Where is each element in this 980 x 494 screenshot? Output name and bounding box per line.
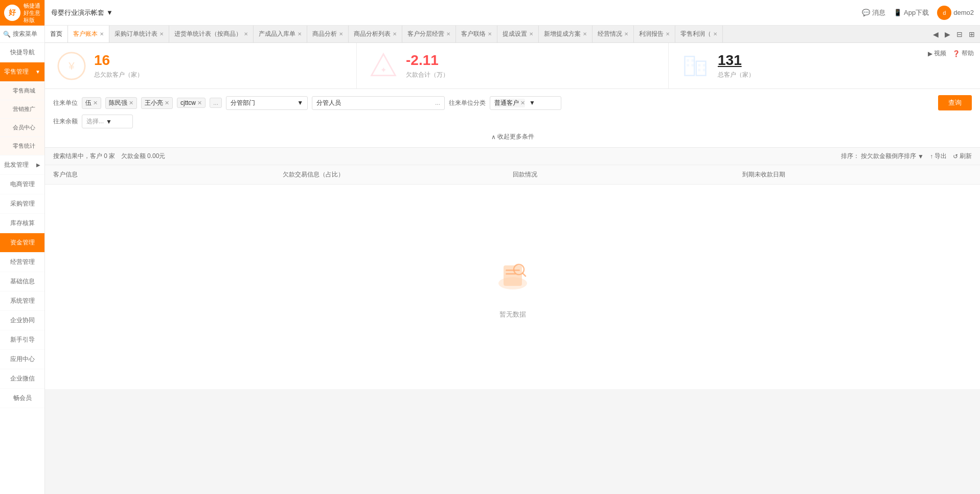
sidebar-item-chang-member[interactable]: 畅会员 (0, 389, 44, 408)
tab-maximize-button[interactable]: ⊞ (967, 29, 977, 39)
table-header-customer: 客户信息 (53, 170, 283, 179)
sidebar-logo: 好 畅捷通好生意 标版 (0, 0, 44, 26)
message-icon: 💬 (862, 9, 870, 16)
collapse-button[interactable]: ∧ 收起更多条件 (491, 132, 534, 141)
username-label: demo2 (953, 9, 974, 16)
close-tag-chenminqiang[interactable]: ✕ (129, 100, 133, 106)
sidebar-item-members[interactable]: 会员中心 (0, 119, 44, 137)
sidebar-item-marketing[interactable]: 营销推广 (0, 100, 44, 119)
close-category-tag[interactable]: ✕ (520, 100, 525, 106)
svg-text:✦: ✦ (380, 65, 387, 74)
tab-product-analysis-list[interactable]: 商品分析列表 ✕ (349, 26, 402, 43)
retail-management-label: 零售管理 (4, 68, 29, 76)
sidebar-item-ecommerce[interactable]: 电商管理 (0, 175, 44, 194)
chevron-down-icon: ▼ (106, 9, 113, 16)
app-download-button[interactable]: 📱 App下载 (894, 8, 929, 17)
home-tab-label: 首页 (50, 30, 62, 38)
tab-prev-button[interactable]: ◀ (931, 29, 941, 39)
sidebar-item-inventory[interactable]: 库存核算 (0, 214, 44, 233)
tab-close-icon[interactable]: ✕ (713, 31, 717, 37)
tab-product-analysis[interactable]: 商品分析 ✕ (307, 26, 349, 43)
table-body-empty: 暂无数据 (45, 185, 980, 389)
tab-new-commission-plan[interactable]: 新增提成方案 ✕ (539, 26, 592, 43)
filter-tag-more[interactable]: ... (210, 98, 222, 108)
filter-row-1: 往来单位 伍 ✕ 陈民强 ✕ 王小亮 ✕ cjttcw ✕ (53, 95, 972, 110)
tab-close-icon[interactable]: ✕ (529, 31, 533, 37)
filter-tag-cjttcw[interactable]: cjttcw ✕ (177, 98, 206, 108)
tab-close-icon[interactable]: ✕ (583, 31, 587, 37)
tab-operations[interactable]: 经营情况 ✕ (592, 26, 634, 43)
filter-tag-wu[interactable]: 伍 ✕ (82, 97, 101, 109)
sidebar-item-retail-stats[interactable]: 零售统计 (0, 137, 44, 155)
sidebar-item-quick-nav[interactable]: 快捷导航 (0, 43, 44, 62)
sidebar-item-purchase[interactable]: 采购管理 (0, 194, 44, 214)
sidebar-item-retail-management[interactable]: 零售管理 ▼ (0, 62, 44, 82)
sidebar-item-retail-mall[interactable]: 零售商城 (0, 82, 44, 100)
sidebar-item-operations[interactable]: 经营管理 (0, 253, 44, 272)
refresh-button[interactable]: ↺ 刷新 (953, 152, 972, 161)
tab-customer-ledger[interactable]: 客户账本 ✕ (68, 26, 109, 43)
user-menu[interactable]: d demo2 (937, 6, 974, 20)
close-tag-wangxiaoliang[interactable]: ✕ (165, 100, 169, 106)
sidebar-item-enterprise-wechat[interactable]: 企业微信 (0, 369, 44, 389)
tab-close-icon[interactable]: ✕ (244, 31, 248, 37)
tab-label: 采购订单统计表 (115, 30, 157, 38)
sidebar-item-new-guide[interactable]: 新手引导 (0, 330, 44, 350)
tab-label: 进货单统计表（按商品） (174, 30, 242, 38)
play-icon: ▶ (928, 50, 932, 57)
message-button[interactable]: 💬 消息 (862, 8, 885, 17)
category-select[interactable]: 普通客户 ✕ ▼ (490, 96, 561, 110)
sidebar-item-system[interactable]: 系统管理 (0, 291, 44, 311)
tab-home[interactable]: 首页 (45, 26, 68, 43)
logo-icon: 好 (4, 5, 20, 21)
tab-profit-report[interactable]: 利润报告 ✕ (634, 26, 675, 43)
stat-card-customers-in-debt: ¥ 16 总欠款客户（家） (45, 43, 357, 88)
filter-tag-chenminqiang[interactable]: 陈民强 ✕ (105, 97, 137, 109)
stat-info-customers: 16 总欠款客户（家） (94, 52, 143, 79)
query-button[interactable]: 查询 (938, 95, 972, 110)
tab-label: 提成设置 (503, 30, 527, 38)
svg-rect-5 (696, 61, 706, 75)
dept-select-label: 分管部门 (231, 99, 255, 107)
balance-filter-label: 往来余额 (53, 117, 78, 126)
tab-next-button[interactable]: ▶ (943, 29, 952, 39)
close-tag-cjttcw[interactable]: ✕ (197, 100, 202, 106)
tab-finished-goods[interactable]: 产成品入库单 ✕ (254, 26, 307, 43)
stat-value-total-customers: 131 (718, 52, 755, 69)
account-selector[interactable]: 母婴行业演示帐套 ▼ (51, 8, 113, 17)
sidebar-item-enterprise-collab[interactable]: 企业协同 (0, 311, 44, 330)
tab-commission-settings[interactable]: 提成设置 ✕ (497, 26, 539, 43)
video-action[interactable]: ▶ 视频 (928, 49, 946, 58)
close-tag-wu[interactable]: ✕ (93, 100, 98, 106)
tab-close-icon[interactable]: ✕ (446, 31, 450, 37)
tab-close-icon[interactable]: ✕ (624, 31, 628, 37)
tab-customer-tier[interactable]: 客户分层经营 ✕ (402, 26, 456, 43)
help-action[interactable]: ❓ 帮助 (952, 49, 974, 58)
dept-select[interactable]: 分管部门 ▼ (226, 96, 308, 110)
sidebar-item-app-center[interactable]: 应用中心 (0, 350, 44, 369)
sidebar-item-wholesale[interactable]: 批发管理 ▶ (0, 155, 44, 175)
tab-minimize-button[interactable]: ⊟ (954, 29, 965, 39)
person-select[interactable]: 分管人员 ... (312, 96, 445, 110)
tab-close-icon[interactable]: ✕ (339, 31, 343, 37)
category-tag-normal[interactable]: 普通客户 ✕ (494, 99, 525, 107)
stat-icon-debt: ✦ (369, 52, 398, 80)
tab-close-icon[interactable]: ✕ (666, 31, 670, 37)
search-menu-item[interactable]: 🔍 搜索菜单 (0, 26, 44, 43)
sidebar-item-finance[interactable]: 资金管理 (0, 233, 44, 253)
sort-select[interactable]: 排序： 按欠款金额倒序排序 ▼ (841, 152, 924, 161)
filter-tag-wangxiaoliang[interactable]: 王小亮 ✕ (141, 97, 173, 109)
tab-purchase-stats-by-product[interactable]: 进货单统计表（按商品） ✕ (169, 26, 254, 43)
tab-close-icon[interactable]: ✕ (298, 31, 302, 37)
sidebar-item-basic-info[interactable]: 基础信息 (0, 272, 44, 291)
tab-close-icon[interactable]: ✕ (100, 31, 104, 37)
tab-purchase-order-stats[interactable]: 采购订单统计表 ✕ (109, 26, 169, 43)
tab-close-icon[interactable]: ✕ (393, 31, 397, 37)
tab-close-icon[interactable]: ✕ (488, 31, 492, 37)
tab-close-icon[interactable]: ✕ (159, 31, 164, 37)
tab-retail-profit[interactable]: 零售利润（ ✕ (675, 26, 723, 43)
search-icon: 🔍 (3, 31, 11, 38)
tab-customer-contact[interactable]: 客户联络 ✕ (456, 26, 497, 43)
balance-input[interactable]: 选择... ▼ (82, 115, 133, 128)
export-button[interactable]: ↑ 导出 (930, 152, 947, 161)
